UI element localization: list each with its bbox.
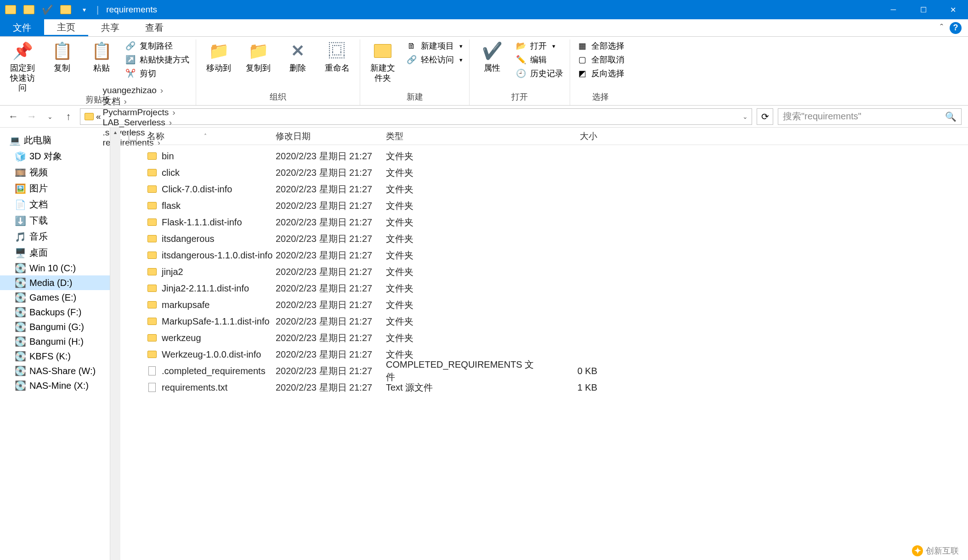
help-icon[interactable]: ?	[950, 22, 962, 34]
nav-item-2[interactable]: 🖼️图片	[0, 180, 110, 196]
copy-path-button[interactable]: 🔗复制路径	[125, 40, 189, 51]
file-row[interactable]: .completed_requirements 2020/2/23 星期日 21…	[120, 363, 968, 379]
file-type: Text 源文件	[386, 381, 542, 394]
nav-item-14[interactable]: 💽NAS-Share (W:)	[0, 364, 110, 378]
search-input[interactable]: 搜索"requirements" 🔍	[778, 108, 962, 125]
folder-icon	[147, 185, 157, 193]
folder-icon	[2, 1, 19, 18]
back-button[interactable]: ←	[6, 110, 20, 123]
nav-item-4[interactable]: ⬇️下载	[0, 213, 110, 229]
select-none-button[interactable]: ▢全部取消	[577, 54, 624, 65]
nav-item-5[interactable]: 🎵音乐	[0, 229, 110, 245]
move-to-button[interactable]: 📁移动到	[203, 40, 235, 73]
nav-this-pc[interactable]: 💻此电脑	[0, 132, 110, 148]
file-row[interactable]: click 2020/2/23 星期日 21:27 文件夹	[120, 164, 968, 181]
nav-item-15[interactable]: 💽NAS-Mine (X:)	[0, 378, 110, 393]
nav-item-11[interactable]: 💽Bangumi (G:)	[0, 319, 110, 334]
qat-dropdown-icon[interactable]: ▾	[75, 1, 93, 18]
file-row[interactable]: markupsafe 2020/2/23 星期日 21:27 文件夹	[120, 297, 968, 313]
column-name[interactable]: 名称˄	[147, 130, 276, 142]
file-icon	[148, 383, 156, 392]
file-date: 2020/2/23 星期日 21:27	[276, 233, 386, 245]
copy-button[interactable]: 📋复制	[46, 40, 78, 73]
file-row[interactable]: Flask-1.1.1.dist-info 2020/2/23 星期日 21:2…	[120, 214, 968, 230]
file-row[interactable]: bin 2020/2/23 星期日 21:27 文件夹	[120, 148, 968, 164]
nav-item-7[interactable]: 💽Win 10 (C:)	[0, 261, 110, 275]
nav-item-3[interactable]: 📄文档	[0, 196, 110, 213]
nav-item-9[interactable]: 💽Games (E:)	[0, 290, 110, 305]
column-date[interactable]: 修改日期	[276, 130, 386, 142]
address-dropdown-icon[interactable]: ⌄	[742, 113, 748, 120]
nav-item-1[interactable]: 🎞️视频	[0, 164, 110, 180]
properties-button[interactable]: ✔️属性	[476, 40, 508, 73]
nav-item-icon: 💽	[15, 351, 25, 362]
file-row[interactable]: werkzeug 2020/2/23 星期日 21:27 文件夹	[120, 330, 968, 346]
group-label-organize: 组织	[203, 90, 353, 104]
file-row[interactable]: jinja2 2020/2/23 星期日 21:27 文件夹	[120, 263, 968, 280]
easy-access-button[interactable]: 🔗轻松访问▾	[406, 54, 463, 65]
collapse-ribbon-icon[interactable]: ˆ	[940, 22, 943, 33]
crumb-3[interactable]: LAB_Serverless›	[103, 118, 175, 128]
folder-up-icon[interactable]	[20, 1, 38, 18]
recent-dropdown[interactable]: ⌄	[43, 110, 57, 123]
nav-scrollbar[interactable]: ▴	[110, 128, 120, 560]
properties-icon[interactable]: ✔️	[39, 1, 56, 18]
maximize-button[interactable]: ☐	[908, 0, 938, 19]
group-label-new: 新建	[367, 90, 463, 104]
open-button[interactable]: 📂打开▾	[515, 40, 563, 51]
copy-to-button[interactable]: 📁复制到	[242, 40, 274, 73]
nav-item-0[interactable]: 🧊3D 对象	[0, 148, 110, 164]
address-bar[interactable]: « yuangezhizao›文档›PycharmProjects›LAB_Se…	[80, 108, 752, 125]
nav-item-13[interactable]: 💽KBFS (K:)	[0, 349, 110, 364]
nav-item-10[interactable]: 💽Backups (F:)	[0, 305, 110, 319]
delete-button[interactable]: ✕删除	[282, 40, 314, 73]
select-all-checkbox[interactable]	[129, 132, 137, 140]
column-type[interactable]: 类型	[386, 130, 542, 142]
tab-home[interactable]: 主页	[44, 19, 88, 36]
new-folder-button[interactable]: 新建文件夹	[367, 40, 399, 83]
select-all-button[interactable]: ▦全部选择	[577, 40, 624, 51]
folder-icon	[147, 218, 157, 226]
edit-button[interactable]: ✏️编辑	[515, 54, 563, 65]
cut-button[interactable]: ✂️剪切	[125, 68, 189, 79]
paste-shortcut-button[interactable]: ↗️粘贴快捷方式	[125, 54, 189, 65]
nav-item-8[interactable]: 💽Media (D:)	[0, 275, 110, 290]
refresh-button[interactable]: ⟳	[757, 108, 773, 125]
file-row[interactable]: Jinja2-2.11.1.dist-info 2020/2/23 星期日 21…	[120, 280, 968, 297]
file-icon	[148, 366, 156, 375]
tab-view[interactable]: 查看	[132, 19, 176, 36]
paste-icon: 📋	[91, 40, 112, 62]
file-date: 2020/2/23 星期日 21:27	[276, 365, 386, 377]
file-row[interactable]: Click-7.0.dist-info 2020/2/23 星期日 21:27 …	[120, 181, 968, 197]
minimize-button[interactable]: ─	[878, 0, 908, 19]
file-row[interactable]: requirements.txt 2020/2/23 星期日 21:27 Tex…	[120, 379, 968, 396]
paste-button[interactable]: 📋粘贴	[85, 40, 118, 73]
new-item-button[interactable]: 🗎新建项目▾	[406, 40, 463, 51]
file-row[interactable]: MarkupSafe-1.1.1.dist-info 2020/2/23 星期日…	[120, 313, 968, 330]
column-size[interactable]: 大小	[542, 130, 597, 142]
invert-selection-button[interactable]: ◩反向选择	[577, 68, 624, 79]
file-row[interactable]: Werkzeug-1.0.0.dist-info 2020/2/23 星期日 2…	[120, 346, 968, 363]
scroll-up-icon[interactable]: ▴	[110, 128, 120, 137]
crumb-2[interactable]: PycharmProjects›	[103, 107, 175, 118]
crumb-1[interactable]: 文档›	[103, 95, 175, 107]
crumb-0[interactable]: yuangezhizao›	[103, 85, 175, 95]
nav-item-12[interactable]: 💽Bangumi (H:)	[0, 334, 110, 349]
new-item-icon: 🗎	[406, 41, 417, 51]
tab-share[interactable]: 共享	[88, 19, 132, 36]
file-row[interactable]: flask 2020/2/23 星期日 21:27 文件夹	[120, 197, 968, 214]
file-row[interactable]: itsdangerous-1.1.0.dist-info 2020/2/23 星…	[120, 247, 968, 263]
new-folder-icon[interactable]	[57, 1, 74, 18]
close-button[interactable]: ✕	[938, 0, 968, 19]
file-row[interactable]: itsdangerous 2020/2/23 星期日 21:27 文件夹	[120, 230, 968, 247]
tab-file[interactable]: 文件	[0, 19, 44, 36]
rename-button[interactable]: ⿴重命名	[321, 40, 353, 73]
history-button[interactable]: 🕘历史记录	[515, 68, 563, 79]
file-date: 2020/2/23 星期日 21:27	[276, 381, 386, 394]
nav-item-6[interactable]: 🖥️桌面	[0, 245, 110, 261]
forward-button[interactable]: →	[25, 110, 39, 123]
pin-quick-access-button[interactable]: 📌固定到快速访问	[6, 40, 39, 93]
file-type: 文件夹	[386, 216, 542, 229]
watermark-logo-icon: ✦	[912, 545, 923, 556]
up-button[interactable]: ↑	[62, 110, 75, 123]
